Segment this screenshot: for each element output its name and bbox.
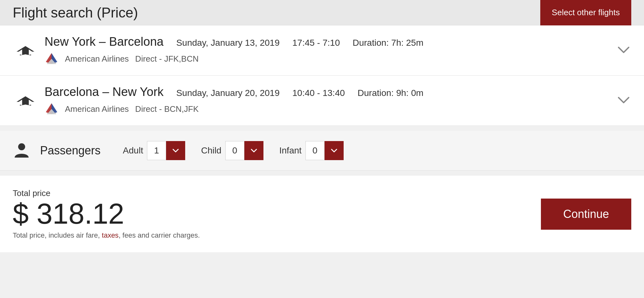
flight-2-route: Barcelona – New York: [45, 85, 164, 99]
total-price-section: Total price $ 318.12 Total price, includ…: [0, 176, 644, 252]
infant-chevron-down-icon: [330, 147, 338, 154]
flight-2-times: 10:40 - 13:40: [292, 88, 345, 98]
page-header: Flight search (Price) Select other fligh…: [0, 0, 644, 25]
flight-2-expand-button[interactable]: [616, 92, 631, 109]
flight-1-info: New York – Barcelona Sunday, January 13,…: [45, 35, 631, 66]
flight-1-airline-logo: [45, 52, 59, 66]
flight-2-airline-name: American Airlines: [65, 104, 129, 114]
total-price-left: Total price $ 318.12 Total price, includ…: [13, 188, 200, 240]
flight-row-2: Barcelona – New York Sunday, January 20,…: [0, 76, 644, 126]
flight-1-times: 17:45 - 7:10: [292, 38, 340, 48]
passengers-label: Passengers: [40, 144, 101, 157]
child-label: Child: [201, 146, 221, 156]
flight-1-airline-name: American Airlines: [65, 54, 129, 64]
child-value: 0: [225, 141, 244, 160]
select-other-flights-button[interactable]: Select other flights: [540, 0, 631, 25]
infant-passenger-group: Infant 0: [279, 141, 344, 160]
flight-1-expand-button[interactable]: [616, 42, 631, 59]
flight-1-route: New York – Barcelona: [45, 35, 164, 49]
svg-point-8: [18, 143, 25, 150]
adult-dropdown-button[interactable]: [166, 141, 185, 160]
flights-container: New York – Barcelona Sunday, January 13,…: [0, 25, 644, 126]
flight-2-airline-logo: [45, 102, 59, 116]
infant-dropdown-button[interactable]: [325, 141, 344, 160]
child-dropdown-button[interactable]: [244, 141, 263, 160]
adult-label: Adult: [123, 146, 143, 156]
flight-row-1: New York – Barcelona Sunday, January 13,…: [0, 25, 644, 76]
flight-2-duration: Duration: 9h: 0m: [358, 88, 424, 98]
infant-value: 0: [305, 141, 325, 160]
child-chevron-down-icon: [250, 147, 258, 154]
flight-2-plane-icon: [13, 90, 38, 112]
flight-1-plane-icon: [13, 39, 38, 62]
adult-passenger-group: Adult 1: [123, 141, 185, 160]
passengers-section: Passengers Adult 1 Child 0 Infant 0: [0, 131, 644, 171]
continue-button[interactable]: Continue: [541, 199, 631, 230]
total-price-label: Total price: [13, 188, 200, 198]
flight-2-info: Barcelona – New York Sunday, January 20,…: [45, 85, 631, 116]
child-passenger-group: Child 0: [201, 141, 263, 160]
passenger-icon: [13, 142, 31, 159]
flight-1-route-code: Direct - JFK,BCN: [135, 54, 199, 64]
infant-label: Infant: [279, 146, 302, 156]
flight-2-date: Sunday, January 20, 2019: [176, 88, 280, 98]
flight-2-route-code: Direct - BCN,JFK: [135, 104, 199, 114]
total-price-value: $ 318.12: [13, 200, 200, 228]
flight-1-date: Sunday, January 13, 2019: [176, 38, 280, 48]
adult-value: 1: [147, 141, 166, 160]
flight-1-duration: Duration: 7h: 25m: [353, 38, 424, 48]
taxes-link[interactable]: taxes: [102, 231, 119, 239]
adult-chevron-down-icon: [172, 147, 179, 154]
page-title: Flight search (Price): [13, 5, 138, 21]
total-price-note: Total price, includes air fare, taxes, f…: [13, 231, 200, 240]
